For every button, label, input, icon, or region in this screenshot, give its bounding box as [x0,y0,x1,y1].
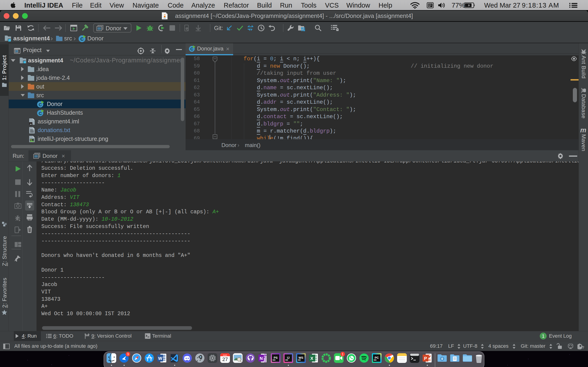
svg-text:PS: PS [274,356,278,359]
svg-text:P: P [424,356,427,361]
svg-text:C: C [190,47,193,51]
svg-text:MAR: MAR [223,354,227,356]
svg-text:IJ: IJ [287,356,290,359]
svg-text:W: W [158,356,162,361]
svg-text:?: ? [582,346,584,349]
svg-text:PC: PC [375,356,379,359]
svg-text:WS: WS [299,356,303,359]
svg-text:X: X [310,356,313,361]
svg-text:27: 27 [222,357,228,362]
svg-text:N: N [259,356,263,361]
